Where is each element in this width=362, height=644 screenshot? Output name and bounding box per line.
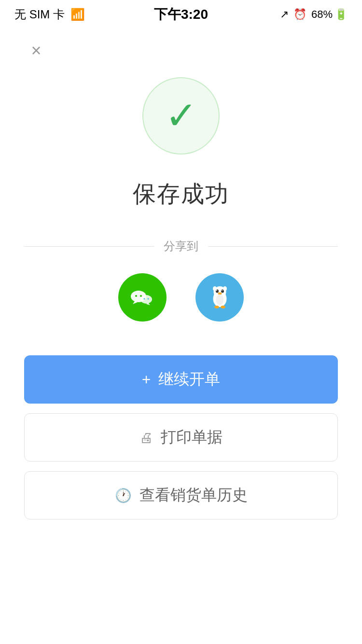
view-history-button[interactable]: 🕐 查看销货单历史: [24, 471, 338, 519]
battery-percent: 68%: [311, 8, 333, 21]
status-right: ↗ ⏰ 68% 🔋: [280, 8, 348, 21]
share-icons-row: [118, 273, 244, 322]
success-title: 保存成功: [133, 179, 229, 210]
share-label: 分享到: [164, 238, 198, 254]
view-history-label: 查看销货单历史: [139, 485, 248, 506]
svg-point-3: [140, 295, 142, 297]
share-divider: 分享到: [24, 238, 338, 254]
wechat-icon: [128, 283, 157, 312]
history-icon: 🕐: [115, 488, 132, 504]
checkmark-icon: ✓: [165, 97, 197, 135]
print-receipt-label: 打印单据: [161, 427, 223, 448]
qq-share-button[interactable]: [195, 273, 244, 322]
svg-point-13: [216, 294, 223, 305]
svg-point-11: [222, 290, 223, 291]
alarm-icon: ⏰: [293, 8, 306, 21]
svg-point-17: [223, 286, 227, 291]
close-button[interactable]: ×: [24, 39, 48, 63]
close-icon: ×: [31, 42, 41, 59]
sim-label: 无 SIM 卡: [14, 7, 65, 22]
success-circle: ✓: [142, 77, 220, 154]
svg-point-16: [213, 286, 217, 291]
svg-point-12: [218, 292, 222, 294]
wifi-icon: 📶: [70, 8, 85, 21]
printer-icon: 🖨: [139, 430, 153, 446]
svg-point-5: [148, 298, 149, 300]
qq-icon: [207, 284, 233, 311]
status-left: 无 SIM 卡 📶: [14, 7, 85, 22]
divider-left: [24, 246, 154, 247]
svg-point-14: [214, 306, 219, 308]
svg-point-2: [135, 295, 137, 297]
battery-display: 68% 🔋: [311, 8, 348, 21]
action-buttons: + 继续开单 🖨 打印单据 🕐 查看销货单历史: [24, 355, 338, 519]
svg-point-4: [144, 298, 145, 300]
wechat-share-button[interactable]: [118, 273, 167, 322]
status-time: 下午3:20: [154, 5, 208, 24]
main-content: ✓ 保存成功 分享到: [0, 29, 362, 519]
plus-icon: +: [142, 371, 151, 389]
svg-point-1: [140, 295, 152, 304]
continue-order-label: 继续开单: [158, 369, 220, 390]
status-bar: 无 SIM 卡 📶 下午3:20 ↗ ⏰ 68% 🔋: [0, 0, 362, 29]
divider-right: [208, 246, 338, 247]
svg-point-15: [221, 306, 225, 308]
continue-order-button[interactable]: + 继续开单: [24, 355, 338, 404]
battery-icon: 🔋: [334, 8, 348, 21]
location-icon: ↗: [280, 8, 289, 21]
print-receipt-button[interactable]: 🖨 打印单据: [24, 413, 338, 462]
